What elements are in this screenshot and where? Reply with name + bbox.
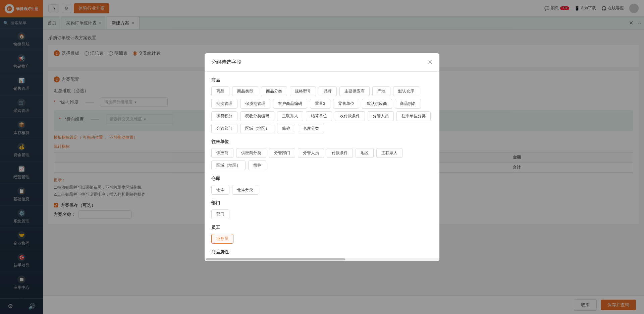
field-btn-客户商品编码[interactable]: 客户商品编码 — [273, 99, 307, 109]
field-btn-仓库分类[interactable]: 仓库分类 — [232, 185, 258, 195]
hscroll-thumb — [206, 258, 345, 260]
field-btn-规格型号[interactable]: 规格型号 — [290, 86, 316, 96]
modal-title: 分组待选字段 — [211, 59, 241, 65]
field-btn-重量3[interactable]: 重量3 — [310, 99, 330, 109]
field-btn-产地[interactable]: 产地 — [372, 86, 390, 96]
field-btn-往来单位分类[interactable]: 往来单位分类 — [396, 111, 431, 121]
modal-close-btn[interactable]: ✕ — [428, 59, 433, 66]
field-btn-区域（地区）[interactable]: 区域（地区） — [211, 161, 246, 170]
modal: 分组待选字段 ✕ 商品商品商品类型商品分类规格型号品牌主要供应商产地默认仓库批次… — [205, 53, 439, 261]
field-btn-供应商分类[interactable]: 供应商分类 — [236, 148, 266, 158]
field-btn-供应商[interactable]: 供应商 — [211, 148, 233, 158]
field-btn-商品[interactable]: 商品 — [211, 86, 229, 96]
field-btn-部门[interactable]: 部门 — [211, 209, 229, 219]
field-btn-收付款条件[interactable]: 收付款条件 — [335, 111, 365, 121]
modal-section-title-employee: 员工 — [211, 225, 433, 231]
field-btn-主联系人[interactable]: 主联系人 — [277, 111, 303, 121]
modal-section-title-product: 商品 — [211, 77, 433, 83]
field-btn-主联系人[interactable]: 主联系人 — [376, 148, 402, 158]
field-btn-业务员[interactable]: 业务员 — [211, 234, 233, 244]
field-btn-商品类型[interactable]: 商品类型 — [232, 86, 258, 96]
field-btn-拣货积分[interactable]: 拣货积分 — [211, 111, 237, 121]
field-group-partner: 供应商供应商分类分管部门分管人员付款条件地区主联系人区域（地区）简称 — [211, 148, 433, 170]
modal-body: 商品商品商品类型商品分类规格型号品牌主要供应商产地默认仓库批次管理保质期管理客户… — [205, 72, 439, 258]
field-btn-批次管理[interactable]: 批次管理 — [211, 99, 237, 109]
modal-header: 分组待选字段 ✕ — [205, 53, 439, 72]
modal-section-title-department: 部门 — [211, 200, 433, 206]
field-btn-保质期管理[interactable]: 保质期管理 — [240, 99, 270, 109]
field-btn-区域（地区）[interactable]: 区域（地区） — [240, 124, 274, 133]
modal-section-title-warehouse: 仓库 — [211, 176, 433, 182]
field-btn-品牌[interactable]: 品牌 — [319, 86, 337, 96]
field-btn-简称[interactable]: 简称 — [277, 124, 295, 133]
field-btn-零售单位[interactable]: 零售单位 — [333, 99, 359, 109]
field-btn-分管人员[interactable]: 分管人员 — [368, 111, 394, 121]
field-group-employee: 业务员 — [211, 234, 433, 244]
field-group-product: 商品商品类型商品分类规格型号品牌主要供应商产地默认仓库批次管理保质期管理客户商品… — [211, 86, 433, 133]
field-btn-商品分类[interactable]: 商品分类 — [261, 86, 287, 96]
modal-section-title-partner: 往来单位 — [211, 139, 433, 145]
field-btn-付款条件[interactable]: 付款条件 — [327, 148, 353, 158]
field-btn-主要供应商[interactable]: 主要供应商 — [339, 86, 370, 96]
field-btn-税收分类编码[interactable]: 税收分类编码 — [240, 111, 274, 121]
field-btn-地区[interactable]: 地区 — [356, 148, 374, 158]
modal-section-title-product-attrs: 商品属性 — [211, 249, 433, 255]
field-btn-默认供应商[interactable]: 默认供应商 — [362, 99, 392, 109]
modal-hscroll[interactable] — [205, 258, 439, 261]
field-group-department: 部门 — [211, 209, 433, 219]
field-btn-结算单位[interactable]: 结算单位 — [306, 111, 332, 121]
field-btn-简称[interactable]: 简称 — [248, 161, 266, 170]
field-btn-分管部门[interactable]: 分管部门 — [269, 148, 295, 158]
field-group-warehouse: 仓库仓库分类 — [211, 185, 433, 195]
field-btn-仓库[interactable]: 仓库 — [211, 185, 229, 195]
modal-overlay[interactable]: 分组待选字段 ✕ 商品商品商品类型商品分类规格型号品牌主要供应商产地默认仓库批次… — [0, 0, 644, 314]
field-btn-分管部门[interactable]: 分管部门 — [211, 124, 237, 133]
field-btn-商品别名[interactable]: 商品别名 — [395, 99, 421, 109]
field-btn-默认仓库[interactable]: 默认仓库 — [393, 86, 419, 96]
field-btn-分管人员[interactable]: 分管人员 — [298, 148, 324, 158]
field-btn-仓库分类[interactable]: 仓库分类 — [298, 124, 324, 133]
